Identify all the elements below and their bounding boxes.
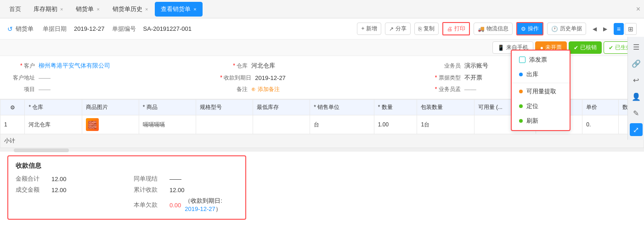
tab-bar: 首页 库存期初 × 销货单 × 销货单历史 × 查看销货单 × × bbox=[0, 0, 644, 18]
add-button[interactable]: + 新增 bbox=[357, 23, 381, 35]
add-invoice-label: 添发票 bbox=[529, 56, 547, 64]
locate-item[interactable]: 定位 bbox=[512, 99, 570, 114]
owed-note: （收款到期日: 2019-12-27） bbox=[185, 197, 238, 213]
tab-sales-order-label: 销货单 bbox=[76, 5, 94, 13]
sidebar-link-icon[interactable]: 🔗 bbox=[630, 57, 643, 70]
confirm-button[interactable]: ✔ 已核销 bbox=[569, 41, 602, 54]
col-price: 单价 bbox=[582, 100, 618, 115]
same-order-row: 同单现结 —— bbox=[134, 175, 238, 183]
available-qty-icon bbox=[519, 90, 523, 93]
row-min-stock bbox=[253, 115, 310, 134]
row-package-qty: 1台 bbox=[417, 115, 474, 134]
tab-inventory-close[interactable]: × bbox=[60, 6, 63, 12]
next-button[interactable]: ▶ bbox=[600, 24, 610, 34]
sidebar-list-icon[interactable]: ☰ bbox=[630, 40, 643, 53]
menu-divider bbox=[512, 83, 570, 83]
print-icon: 🖨 bbox=[447, 26, 452, 32]
col-product-img: 商品图片 bbox=[82, 100, 139, 115]
col-min-stock: 最低库存 bbox=[253, 100, 310, 115]
copy-icon: ⎘ bbox=[418, 26, 422, 32]
salesperson-value: 演示账号 bbox=[464, 62, 488, 70]
row-product-img: 🧱 bbox=[82, 115, 139, 134]
tab-home[interactable]: 首页 bbox=[4, 2, 27, 17]
project-label: 项目 bbox=[7, 85, 35, 93]
cumulative-row: 累计收款 12.00 bbox=[134, 186, 238, 194]
copy-label: 复制 bbox=[424, 25, 435, 33]
logistics-button[interactable]: 🚚 物流信息 bbox=[474, 23, 513, 35]
view-toggle: ≡ ⊞ bbox=[614, 23, 637, 35]
add-note-button[interactable]: ⊕ 添加备注 bbox=[251, 85, 279, 93]
list-view-button[interactable]: ≡ bbox=[614, 23, 624, 35]
due-date-row: 收款到期日 2019-12-27 bbox=[220, 74, 424, 82]
available-qty-label: 可用量提取 bbox=[526, 87, 556, 96]
tab-view-sales-close[interactable]: × bbox=[193, 6, 196, 12]
project-value: —— bbox=[39, 86, 51, 93]
tab-inventory-init[interactable]: 库存期初 × bbox=[28, 2, 69, 17]
grid-view-button[interactable]: ⊞ bbox=[625, 23, 637, 35]
transaction-row: 成交金额 12.00 bbox=[16, 186, 120, 194]
sidebar-user-icon[interactable]: 👤 bbox=[630, 90, 643, 103]
locate-label: 定位 bbox=[526, 102, 538, 110]
customer-row: 客户 柳州粤港平安气体有限公司 bbox=[7, 62, 211, 70]
copy-button[interactable]: ⎘ 复制 bbox=[414, 23, 439, 35]
doc-type-section: ↺ 销货单 bbox=[7, 25, 34, 33]
print-button[interactable]: 🖨 打印 bbox=[442, 22, 470, 35]
nav-arrows: ◀ ▶ bbox=[590, 24, 610, 34]
sidebar-expand-icon[interactable]: ⤢ bbox=[630, 123, 643, 136]
sidebar-edit-icon[interactable]: ✎ bbox=[630, 107, 643, 120]
tab-view-sales[interactable]: 查看销货单 × bbox=[155, 2, 202, 17]
doc-type-label: 销货单 bbox=[16, 25, 34, 33]
dropdown-menu: 添发票 出库 可用量提取 定位 刷新 bbox=[511, 50, 571, 131]
share-button[interactable]: ↗ 分享 bbox=[385, 23, 411, 35]
same-order-value: —— bbox=[169, 176, 181, 182]
owed-row: 本单欠款 0.00 （收款到期日: 2019-12-27） bbox=[134, 197, 238, 213]
available-qty-item[interactable]: 可用量提取 bbox=[512, 84, 570, 99]
row-price: 0. bbox=[582, 115, 618, 134]
col-package-qty: 包装数量 bbox=[417, 100, 474, 115]
right-sidebar: ☰ 🔗 ↩ 👤 ✎ ⤢ bbox=[627, 37, 644, 140]
history-label: 历史单据 bbox=[560, 25, 582, 33]
tab-inventory-label: 库存期初 bbox=[34, 5, 57, 13]
subtotal-row: 小计 bbox=[0, 134, 644, 148]
tab-sales-order[interactable]: 销货单 × bbox=[70, 2, 105, 17]
operate-button[interactable]: ⚙ 操作 bbox=[516, 22, 543, 35]
tab-sales-history[interactable]: 销货单历史 × bbox=[107, 2, 154, 17]
add-invoice-item[interactable]: 添发票 bbox=[512, 52, 570, 67]
cumulative-value: 12.00 bbox=[169, 187, 185, 194]
date-value: 2019-12-27 bbox=[74, 25, 105, 32]
outbound-item[interactable]: 出库 bbox=[512, 67, 570, 82]
note-row: 备注 ⊕ 添加备注 bbox=[220, 85, 424, 93]
address-label: 客户地址 bbox=[7, 74, 35, 82]
payment-title: 收款信息 bbox=[16, 162, 238, 170]
sidebar-undo-icon[interactable]: ↩ bbox=[630, 74, 643, 86]
row-warehouse: 河北仓库 bbox=[25, 115, 82, 134]
doc-meta-section: 单据日期 2019-12-27 单据编号 SA-20191227-001 bbox=[43, 25, 192, 33]
customer-value[interactable]: 柳州粤港平安气体有限公司 bbox=[39, 62, 110, 70]
col-settings[interactable]: ⚙ bbox=[0, 100, 25, 115]
refresh-item[interactable]: 刷新 bbox=[512, 114, 570, 128]
product-image: 🧱 bbox=[86, 118, 99, 131]
prev-button[interactable]: ◀ bbox=[590, 24, 599, 34]
operate-icon: ⚙ bbox=[521, 26, 526, 32]
doc-type-icon: ↺ bbox=[7, 25, 13, 33]
row-spec bbox=[196, 115, 253, 134]
phone-icon: 📱 bbox=[497, 45, 504, 51]
tab-sales-history-label: 销货单历史 bbox=[113, 5, 142, 13]
doc-actions: + 新增 ↗ 分享 ⎘ 复制 🖨 打印 🚚 物流信息 ⚙ 操作 � bbox=[357, 22, 637, 35]
outbound-label: 出库 bbox=[526, 70, 538, 79]
warehouse-row: 仓库 河北仓库 bbox=[220, 62, 424, 70]
tab-sales-history-close[interactable]: × bbox=[145, 6, 148, 12]
tab-sales-order-close[interactable]: × bbox=[96, 6, 99, 12]
project-row: 项目 —— bbox=[7, 85, 211, 93]
close-window-button[interactable]: × bbox=[636, 5, 640, 13]
salesperson2-value: —— bbox=[464, 86, 476, 93]
warehouse-label: 仓库 bbox=[220, 62, 248, 70]
main-content: ↺ 销货单 单据日期 2019-12-27 单据编号 SA-20191227-0… bbox=[0, 18, 644, 245]
total-label: 金额合计 bbox=[16, 175, 48, 183]
row-index: 1 bbox=[0, 115, 25, 134]
ticket-type-label: 票据类型 bbox=[433, 74, 461, 82]
tab-home-label: 首页 bbox=[9, 5, 21, 13]
confirm-label: 已核销 bbox=[580, 44, 597, 51]
history-button[interactable]: 🕐 历史单据 bbox=[547, 23, 586, 35]
owed-value: 0.00 bbox=[169, 202, 181, 209]
